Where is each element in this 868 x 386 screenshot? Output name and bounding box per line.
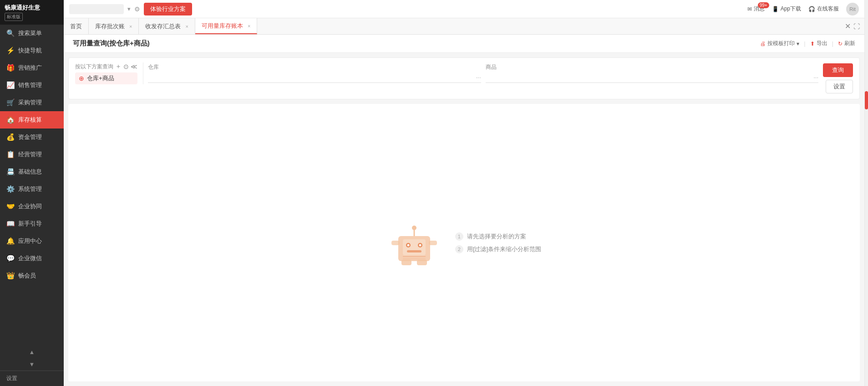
- step2-number: 2: [455, 245, 463, 253]
- query-button[interactable]: 查询: [823, 63, 853, 77]
- search-icon: 🔍: [6, 29, 15, 37]
- sidebar-item-label: 搜索菜单: [18, 29, 42, 37]
- topbar-right: ✉ 消息 99+ 📱 App下载 🎧 在线客服 Rit: [747, 3, 859, 15]
- topbar-online-service[interactable]: 🎧 在线客服: [808, 5, 839, 13]
- tab-available-stock-label: 可用量库存账本: [202, 22, 243, 30]
- warehouse-more-button[interactable]: ···: [476, 74, 481, 81]
- sidebar-item-marketing[interactable]: 🎁 营销推广: [0, 59, 64, 77]
- chart-icon: 📈: [6, 81, 15, 89]
- sidebar-item-label: 库存核算: [18, 116, 42, 124]
- gift-icon: 🎁: [6, 64, 15, 72]
- sidebar-item-quick-nav[interactable]: ⚡ 快捷导航: [0, 42, 64, 59]
- sidebar-item-system[interactable]: ⚙️ 系统管理: [0, 180, 64, 198]
- sidebar-item-basic[interactable]: 📇 基础信息: [0, 163, 64, 180]
- scheme-warehouse-goods-label: 仓库+商品: [87, 74, 114, 82]
- tab-home[interactable]: 首页: [64, 18, 89, 34]
- scheme-warehouse-goods[interactable]: ⊕ 仓库+商品: [75, 72, 137, 84]
- warehouse-field-label: 仓库: [148, 63, 481, 71]
- edition-badge: 标准版: [5, 13, 23, 21]
- sidebar-item-label: 基础信息: [18, 168, 42, 176]
- right-scrollbar[interactable]: [864, 0, 868, 386]
- book-icon: 📖: [6, 220, 15, 228]
- sidebar-item-newbie[interactable]: 📖 新手引导: [0, 215, 64, 232]
- topbar-app-download[interactable]: 📱 App下载: [772, 5, 801, 13]
- tab-batch-account[interactable]: 库存批次账 ×: [89, 18, 139, 34]
- sidebar-item-label: 企业微信: [18, 254, 42, 262]
- headset-icon: 🎧: [808, 6, 815, 12]
- collapse-scheme-button[interactable]: ≪: [131, 63, 137, 70]
- svg-point-4: [407, 244, 409, 246]
- filter-fields: 仓库 ··· 商品 ···: [148, 62, 818, 83]
- add-scheme-button[interactable]: ＋: [115, 62, 122, 71]
- refresh-button[interactable]: ↻ 刷新: [838, 40, 855, 47]
- query-row: 按以下方案查询 ＋ ⊙ ≪ ⊕ 仓库+商品 仓库: [69, 58, 859, 99]
- svg-rect-11: [401, 260, 411, 265]
- sidebar-item-enterprise[interactable]: 🤝 企业协同: [0, 198, 64, 215]
- topbar-search-input[interactable]: [69, 4, 124, 14]
- svg-rect-6: [407, 250, 421, 252]
- empty-robot-icon: [387, 216, 442, 270]
- tabs-bar: 首页 库存批次账 × 收发存汇总表 × 可用量库存账本 × ✕ ⛶: [64, 18, 864, 35]
- tab-available-stock[interactable]: 可用量库存账本 ×: [195, 18, 257, 34]
- sidebar-item-sales[interactable]: 📈 销售管理: [0, 77, 64, 94]
- sidebar-item-purchase[interactable]: 🛒 采购管理: [0, 94, 64, 111]
- topbar-message-button[interactable]: ✉ 消息 99+: [747, 5, 765, 13]
- sidebar-item-label: 应用中心: [18, 237, 42, 245]
- sidebar-item-member[interactable]: 👑 畅会员: [0, 267, 64, 284]
- sidebar-item-finance[interactable]: 💰 资金管理: [0, 129, 64, 146]
- sidebar-item-label: 系统管理: [18, 185, 42, 193]
- query-buttons: 查询 设置: [823, 62, 853, 94]
- sidebar-item-label: 企业协同: [18, 202, 42, 211]
- goods-field-label: 商品: [486, 63, 819, 71]
- query-settings-button[interactable]: 设置: [826, 80, 853, 93]
- sidebar-item-search[interactable]: 🔍 搜索菜单: [0, 25, 64, 42]
- export-button[interactable]: ⬆ 导出: [810, 40, 827, 47]
- goods-more-button[interactable]: ···: [813, 74, 818, 81]
- warehouse-input[interactable]: [148, 74, 474, 81]
- tabs-expand-button[interactable]: ⛶: [853, 23, 860, 30]
- sidebar-item-label: 畅会员: [18, 272, 36, 280]
- print-button[interactable]: 🖨 按模板打印 ▾: [760, 40, 799, 47]
- topbar: ▾ ⚙ 体验行业方案 ✉ 消息 99+ 📱 App下载 🎧 在线客服 Rit: [64, 0, 864, 18]
- tabs-close-button[interactable]: ✕: [845, 22, 851, 31]
- empty-illustration: [387, 216, 442, 270]
- print-icon: 🖨: [760, 41, 766, 47]
- sidebar-scroll-down[interactable]: ▼: [0, 358, 64, 371]
- svg-rect-9: [391, 241, 400, 245]
- warehouse-field: 仓库 ···: [148, 63, 481, 83]
- settings-scheme-button[interactable]: ⊙: [123, 63, 129, 70]
- sidebar-item-app-center[interactable]: 🔔 应用中心: [0, 232, 64, 250]
- lightning-icon: ⚡: [6, 46, 15, 55]
- sidebar-scroll-up[interactable]: ▲: [0, 346, 64, 358]
- sidebar-item-wechat[interactable]: 💬 企业微信: [0, 250, 64, 267]
- svg-point-5: [419, 244, 421, 246]
- topbar-chevron-icon[interactable]: ▾: [127, 5, 131, 12]
- topbar-gear-icon[interactable]: ⚙: [134, 5, 140, 13]
- tab-receive-summary-close[interactable]: ×: [185, 24, 188, 29]
- clipboard-icon: 📋: [6, 150, 15, 159]
- divider1: |: [804, 40, 805, 47]
- svg-rect-10: [429, 241, 437, 245]
- sidebar-item-label: 采购管理: [18, 98, 42, 107]
- query-scheme-panel: 按以下方案查询 ＋ ⊙ ≪ ⊕ 仓库+商品: [75, 62, 143, 84]
- chat-icon: 💬: [6, 254, 15, 262]
- tabs-bar-actions: ✕ ⛶: [840, 22, 864, 31]
- scrollbar-thumb[interactable]: [865, 91, 868, 109]
- svg-point-8: [412, 226, 416, 230]
- step1-number: 1: [455, 232, 463, 241]
- goods-input[interactable]: [486, 74, 812, 81]
- sidebar-item-inventory[interactable]: 🏠 库存核算: [0, 111, 64, 129]
- company-name: 畅康通好生意: [5, 4, 59, 12]
- tab-receive-summary[interactable]: 收发存汇总表 ×: [139, 18, 195, 34]
- empty-step2: 2 用[过滤]条件来缩小分析范围: [455, 245, 541, 253]
- topbar-trial-button[interactable]: 体验行业方案: [144, 3, 192, 15]
- tab-batch-account-close[interactable]: ×: [129, 24, 132, 29]
- sidebar-item-label: 资金管理: [18, 133, 42, 141]
- topbar-avatar[interactable]: Rit: [846, 3, 859, 15]
- tab-available-stock-close[interactable]: ×: [248, 23, 250, 29]
- sidebar-item-operation[interactable]: 📋 经营管理: [0, 146, 64, 163]
- sidebar-settings[interactable]: 设置: [0, 371, 64, 386]
- tab-batch-account-label: 库存批次账: [95, 22, 125, 31]
- empty-state-area: 1 请先选择要分析的方案 2 用[过滤]条件来缩小分析范围: [68, 104, 860, 381]
- export-icon: ⬆: [810, 41, 815, 47]
